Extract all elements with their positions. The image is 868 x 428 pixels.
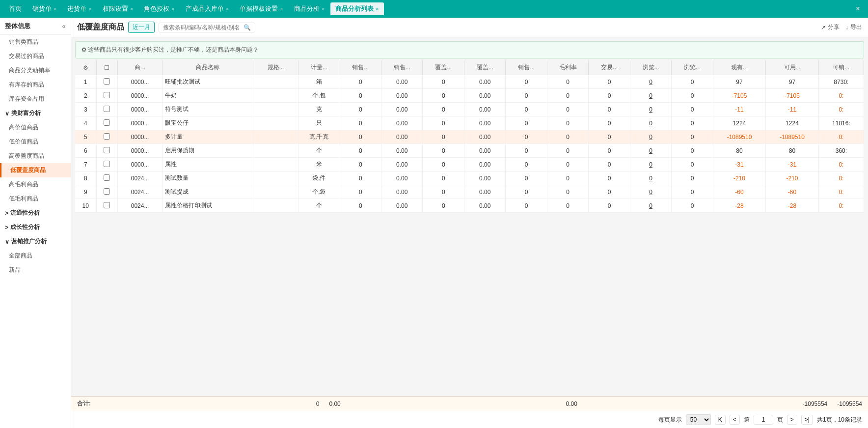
row-browse1[interactable]: 0 xyxy=(630,116,671,130)
row-no: 3 xyxy=(75,103,96,116)
row-browse1[interactable]: 0 xyxy=(630,171,671,185)
nav-close-icon[interactable]: × xyxy=(322,6,325,12)
sidebar-section-circulation[interactable]: > 流通性分析 xyxy=(0,206,71,220)
row-checkbox[interactable] xyxy=(96,185,117,199)
sidebar-item-high-profit[interactable]: 高毛利商品 xyxy=(0,177,71,192)
col-spec[interactable]: 规格... xyxy=(253,60,298,75)
row-available: -11 xyxy=(766,103,819,116)
next-page-button[interactable]: > xyxy=(787,415,797,425)
col-code[interactable]: 商... xyxy=(117,60,163,75)
sidebar-section-marketing[interactable]: ∨ 营销推广分析 xyxy=(0,234,71,249)
row-browse1[interactable]: 0 xyxy=(630,199,671,213)
sidebar-item-high-value[interactable]: 高价值商品 xyxy=(0,120,71,135)
row-checkbox[interactable] xyxy=(96,158,117,171)
row-browse1[interactable]: 0 xyxy=(630,144,671,158)
row-checkbox[interactable] xyxy=(96,199,117,213)
sidebar-item-high-coverage[interactable]: 高覆盖度商品 xyxy=(0,149,71,163)
col-gross-rate[interactable]: 毛利率 xyxy=(547,60,588,75)
col-checkbox[interactable]: ☐ xyxy=(96,60,117,75)
sidebar-item-category-sales-rate[interactable]: 商品分类动销率 xyxy=(0,63,71,78)
row-gross-rate: 0 xyxy=(547,103,588,116)
nav-close-icon[interactable]: × xyxy=(54,6,56,12)
nav-sales-order[interactable]: 销货单 × xyxy=(27,2,61,15)
share-button[interactable]: ↗ 分享 xyxy=(821,23,840,31)
search-icon[interactable]: 🔍 xyxy=(244,24,251,31)
page-of-label: 页 xyxy=(777,416,783,424)
close-all-button[interactable]: × xyxy=(852,4,864,13)
sidebar-item-in-stock[interactable]: 有库存的商品 xyxy=(0,78,71,92)
nav-template-settings[interactable]: 单据模板设置 × xyxy=(235,2,288,15)
row-browse2: 0 xyxy=(672,75,713,89)
sidebar-section-growth[interactable]: > 成长性分析 xyxy=(0,220,71,234)
row-sales3: 0 xyxy=(506,171,547,185)
sidebar-collapse-button[interactable]: « xyxy=(62,22,66,30)
nav-product-analysis-list[interactable]: 商品分析列表 × xyxy=(330,2,383,15)
nav-role-auth[interactable]: 角色授权 × xyxy=(139,2,179,15)
nav-permission-settings[interactable]: 权限设置 × xyxy=(98,2,138,15)
nav-close-icon[interactable]: × xyxy=(376,6,379,12)
first-page-button[interactable]: K xyxy=(715,415,726,425)
row-checkbox[interactable] xyxy=(96,144,117,158)
col-sales2[interactable]: 销售... xyxy=(381,60,423,75)
nav-home[interactable]: 首页 xyxy=(4,2,27,15)
nav-product-analysis[interactable]: 商品分析 × xyxy=(289,2,329,15)
sidebar-item-new-goods[interactable]: 新品 xyxy=(0,263,71,277)
export-button[interactable]: ↓ 导出 xyxy=(845,23,862,31)
col-cover2[interactable]: 覆盖... xyxy=(464,60,505,75)
nav-close-icon[interactable]: × xyxy=(280,6,283,12)
last-page-button[interactable]: >| xyxy=(801,415,813,425)
row-sales2: 0.00 xyxy=(381,130,423,144)
col-trade[interactable]: 交易... xyxy=(589,60,630,75)
row-cover1: 0 xyxy=(423,89,464,103)
nav-purchase-order[interactable]: 进货单 × xyxy=(62,2,96,15)
nav-close-icon[interactable]: × xyxy=(171,6,174,12)
total-available: -1095554 xyxy=(837,400,862,407)
row-browse1[interactable]: 0 xyxy=(630,158,671,171)
col-settings[interactable]: ⚙ xyxy=(75,60,96,75)
row-checkbox[interactable] xyxy=(96,75,117,89)
row-checkbox[interactable] xyxy=(96,171,117,185)
filter-recent-month-button[interactable]: 近一月 xyxy=(128,22,155,33)
nav-close-icon[interactable]: × xyxy=(226,6,229,12)
search-input[interactable] xyxy=(163,24,242,31)
sidebar-section-wealth-analysis[interactable]: ∨ 类财富分析 xyxy=(0,106,71,120)
col-browse1[interactable]: 浏览... xyxy=(630,60,671,75)
row-browse1[interactable]: 0 xyxy=(630,103,671,116)
row-code: 0024... xyxy=(117,171,163,185)
col-current[interactable]: 现有... xyxy=(713,60,766,75)
sidebar-item-sales-goods[interactable]: 销售类商品 xyxy=(0,35,71,49)
sidebar-item-low-profit[interactable]: 低毛利商品 xyxy=(0,192,71,206)
sidebar-item-traded-goods[interactable]: 交易过的商品 xyxy=(0,49,71,63)
info-banner: ✿ 这些商品只有很少客户购买过，是推广不够，还是商品本身问题？ xyxy=(75,41,864,58)
row-checkbox[interactable] xyxy=(96,130,117,144)
col-cover1[interactable]: 覆盖... xyxy=(423,60,464,75)
row-browse1[interactable]: 0 xyxy=(630,130,671,144)
row-spec xyxy=(253,103,298,116)
sidebar-item-low-coverage[interactable]: 低覆盖度商品 xyxy=(0,163,71,177)
col-sales3[interactable]: 销售... xyxy=(506,60,547,75)
row-browse1[interactable]: 0 xyxy=(630,75,671,89)
row-browse1[interactable]: 0 xyxy=(630,185,671,199)
row-checkbox[interactable] xyxy=(96,89,117,103)
row-cover1: 0 xyxy=(423,199,464,213)
row-checkbox[interactable] xyxy=(96,103,117,116)
row-browse2: 0 xyxy=(672,130,713,144)
row-checkbox[interactable] xyxy=(96,116,117,130)
col-sellable[interactable]: 可销... xyxy=(818,60,864,75)
prev-page-button[interactable]: < xyxy=(730,415,740,425)
col-browse2[interactable]: 浏览... xyxy=(672,60,713,75)
col-sales1[interactable]: 销售... xyxy=(340,60,381,75)
col-unit[interactable]: 计量... xyxy=(298,60,340,75)
sidebar-item-all-goods[interactable]: 全部商品 xyxy=(0,249,71,263)
row-browse1[interactable]: 0 xyxy=(630,89,671,103)
col-available[interactable]: 可用... xyxy=(766,60,819,75)
page-size-select[interactable]: 50 20 100 xyxy=(686,414,711,425)
nav-product-entry[interactable]: 产成品入库单 × xyxy=(181,2,234,15)
table-container[interactable]: ⚙ ☐ 商... 商品名称 规格... 计量... 销售... 销售... 覆盖… xyxy=(71,60,868,396)
nav-close-icon[interactable]: × xyxy=(130,6,133,12)
page-number-input[interactable] xyxy=(754,415,773,425)
nav-close-icon[interactable]: × xyxy=(88,6,91,12)
sidebar-item-inventory-capital[interactable]: 库存资金占用 xyxy=(0,92,71,106)
sidebar-item-low-value[interactable]: 低价值商品 xyxy=(0,135,71,149)
col-name[interactable]: 商品名称 xyxy=(163,60,253,75)
